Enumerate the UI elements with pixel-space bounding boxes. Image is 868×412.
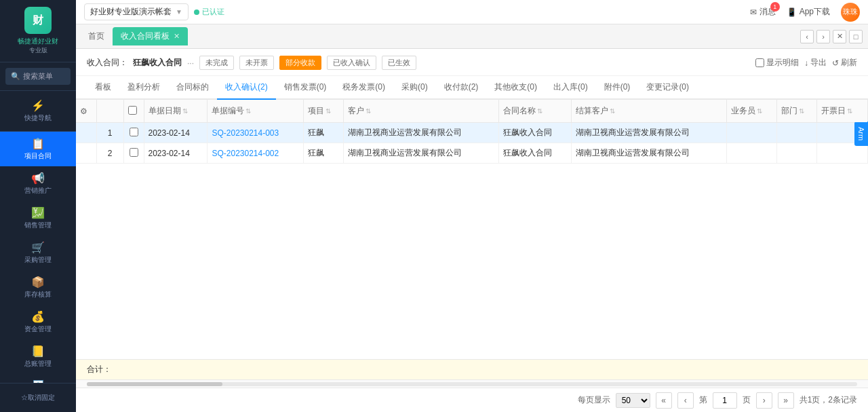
cell-dept-2	[777, 143, 817, 164]
sidebar-item-inventory[interactable]: 📦 库存核算	[0, 270, 76, 305]
col-opendate-header[interactable]: 开票日⇅	[817, 100, 868, 123]
cell-date-2: 2023-02-14	[144, 143, 208, 164]
col-dept-header[interactable]: 部门⇅	[777, 100, 817, 123]
scroll-track[interactable]	[87, 382, 857, 386]
status-confirmed[interactable]: 已收入确认	[327, 56, 376, 70]
search-menu-button[interactable]: 🔍 搜索菜单	[5, 68, 71, 85]
col-project-header[interactable]: 项目⇅	[303, 100, 343, 123]
tab-purchase[interactable]: 采购(0)	[393, 76, 436, 100]
user-avatar[interactable]: 珠珠	[841, 3, 860, 22]
scroll-thumb[interactable]	[87, 382, 222, 386]
row-checkbox-1[interactable]	[130, 128, 138, 136]
tab-menu-button[interactable]: □	[849, 30, 863, 43]
row-checkbox-2[interactable]	[130, 148, 138, 157]
sort-sales-icon[interactable]: ⇅	[757, 107, 762, 115]
next-page-button[interactable]: ›	[756, 392, 772, 409]
app-download-button[interactable]: 📱 App下载	[787, 6, 830, 18]
sort-date-icon[interactable]: ⇅	[182, 107, 188, 115]
contract-prefix: 收入合同：	[87, 57, 127, 69]
tab-change-log[interactable]: 变更记录(0)	[638, 76, 697, 100]
export-button[interactable]: ↓ 导出	[804, 57, 827, 69]
col-customer-header[interactable]: 客户⇅	[343, 100, 498, 123]
table-footer: 合计：	[76, 359, 868, 379]
tab-navigation: ‹ › ✕ □	[800, 30, 863, 43]
tab-contract-subject[interactable]: 合同标的	[168, 76, 217, 100]
active-tab[interactable]: 收入合同看板 ✕	[113, 27, 188, 45]
tab-label: 收入合同看板	[121, 31, 170, 42]
certified-badge: 已认证	[194, 7, 224, 17]
status-effective[interactable]: 已生效	[382, 56, 416, 70]
cell-settings-2	[76, 143, 96, 164]
col-contract-header[interactable]: 合同名称⇅	[498, 100, 571, 123]
sidebar-bottom: ☆取消固定	[0, 383, 76, 412]
tab-attachment[interactable]: 附件(0)	[596, 76, 639, 100]
col-settings-header[interactable]: ⚙	[76, 100, 96, 123]
table-row[interactable]: 1 2023-02-14 SQ-20230214-003 狂飙 湖南卫视商业运营…	[76, 123, 868, 143]
tab-sales-invoice[interactable]: 销售发票(0)	[276, 76, 335, 100]
status-incomplete[interactable]: 未完成	[199, 56, 234, 70]
unpin-button[interactable]: ☆取消固定	[0, 388, 76, 408]
show-detail-checkbox[interactable]	[755, 58, 764, 67]
scroll-bar-area	[76, 379, 868, 388]
sidebar-item-fund[interactable]: 💰 资金管理	[0, 305, 76, 339]
refresh-button[interactable]: ↺ 刷新	[832, 57, 857, 69]
col-date-header[interactable]: 单据日期⇅	[144, 100, 208, 123]
contract-title: 狂飙收入合同	[133, 57, 182, 69]
show-detail-toggle[interactable]: 显示明细	[755, 57, 799, 69]
tab-payment[interactable]: 收付款(2)	[436, 76, 487, 100]
tab-close-button[interactable]: ✕	[174, 32, 180, 41]
tab-profit[interactable]: 盈利分析	[119, 76, 168, 100]
tab-kanban[interactable]: 看板	[87, 76, 119, 100]
sort-project-icon[interactable]: ⇅	[326, 107, 331, 115]
inventory-icon: 📦	[31, 276, 45, 288]
sort-customer-icon[interactable]: ⇅	[366, 107, 371, 115]
cell-code-1: SQ-20230214-003	[208, 123, 303, 143]
tab-next-button[interactable]: ›	[816, 30, 830, 43]
sort-settle-icon[interactable]: ⇅	[610, 107, 615, 115]
sort-opendate-icon[interactable]: ⇅	[847, 107, 852, 115]
sidebar-item-invoice[interactable]: 🧾 发票管理	[0, 374, 76, 383]
page-number-input[interactable]	[713, 392, 737, 409]
home-tab[interactable]: 首页	[81, 28, 111, 45]
export-icon: ↓	[804, 58, 808, 68]
sidebar-item-quick-nav[interactable]: ⚡ 快捷导航	[0, 94, 76, 128]
sidebar-item-purchase[interactable]: 🛒 采购管理	[0, 236, 76, 270]
col-sales-header[interactable]: 业务员⇅	[726, 100, 777, 123]
logo: 财 畅捷通好业财 专业版	[0, 0, 76, 62]
sidebar-item-marketing[interactable]: 📢 营销推广	[0, 166, 76, 201]
sidebar-nav: 📋 项目合同 📢 营销推广 💹 销售管理 🛒 采购管理 📦 库存核算 💰 资金管…	[0, 132, 76, 383]
first-page-button[interactable]: «	[656, 392, 672, 409]
table-row[interactable]: 2 2023-02-14 SQ-20230214-002 狂飙 湖南卫视商业运营…	[76, 143, 868, 164]
sidebar-item-project[interactable]: 📋 项目合同	[0, 132, 76, 166]
sidebar-item-general[interactable]: 📒 总账管理	[0, 339, 76, 374]
cell-seq-1: 1	[96, 123, 123, 143]
company-selector[interactable]: 好业财专业版演示帐套 ▼	[84, 3, 189, 20]
code-link-2[interactable]: SQ-20230214-002	[212, 149, 279, 158]
prev-page-button[interactable]: ‹	[677, 392, 694, 409]
tab-warehouse[interactable]: 出入库(0)	[545, 76, 596, 100]
tab-close-all-button[interactable]: ✕	[833, 30, 846, 43]
status-partial-payment[interactable]: 部分收款	[279, 56, 321, 70]
right-panel-button[interactable]: Arm	[854, 121, 868, 146]
sort-contract-icon[interactable]: ⇅	[537, 107, 542, 115]
tab-other-income[interactable]: 其他收支(0)	[486, 76, 545, 100]
sort-code-icon[interactable]: ⇅	[245, 107, 251, 115]
tab-tax-invoice[interactable]: 税务发票(0)	[334, 76, 393, 100]
col-settle-header[interactable]: 结算客户⇅	[571, 100, 726, 123]
status-uninvoiced[interactable]: 未开票	[239, 56, 274, 70]
sort-dept-icon[interactable]: ⇅	[799, 107, 804, 115]
last-page-button[interactable]: »	[778, 392, 794, 409]
topbar-right: ✉ 消息 1 📱 App下载 珠珠	[750, 3, 860, 22]
message-button[interactable]: ✉ 消息 1	[750, 6, 776, 18]
col-check-header	[123, 100, 144, 123]
col-code-header[interactable]: 单据编号⇅	[208, 100, 303, 123]
sidebar-item-sales[interactable]: 💹 销售管理	[0, 201, 76, 236]
per-page-select[interactable]: 50 100 200	[616, 393, 650, 408]
contract-more-button[interactable]: ···	[187, 58, 194, 68]
tab-revenue-confirm[interactable]: 收入确认(2)	[217, 76, 276, 100]
code-link-1[interactable]: SQ-20230214-003	[212, 128, 279, 138]
quick-nav-icon: ⚡	[31, 99, 45, 112]
tab-prev-button[interactable]: ‹	[800, 30, 814, 43]
select-all-checkbox[interactable]	[128, 106, 137, 115]
logo-sub: 专业版	[29, 46, 47, 55]
